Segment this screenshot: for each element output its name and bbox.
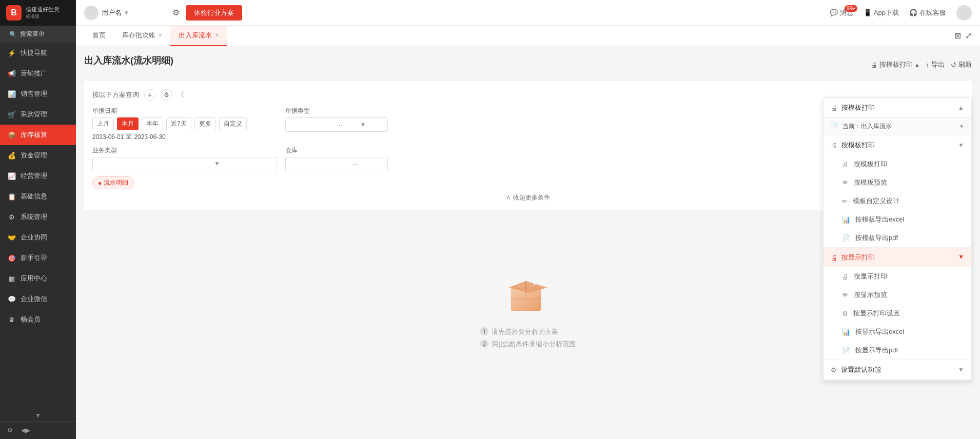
- online-service-btn[interactable]: 🎧 在线客服: [909, 8, 946, 17]
- sidebar-item-basic-info[interactable]: 📋 基础信息: [0, 186, 76, 207]
- date-from: 2023-06-01: [92, 133, 124, 141]
- finance-icon: 💰: [7, 151, 16, 160]
- sidebar-item-enterprise-wx[interactable]: 💬 企业微信: [0, 289, 76, 309]
- dropdown-item-display-print[interactable]: 🖨 按显示打印: [824, 267, 971, 286]
- tab-inout-flow[interactable]: 出入库流水 ×: [170, 26, 227, 46]
- member-icon: ♛: [7, 315, 16, 324]
- tab-label: 库存批次账: [122, 31, 155, 40]
- dropdown-item-display-preview[interactable]: 👁 按显示预览: [824, 286, 971, 304]
- template-print-label: 按模板打印: [854, 159, 887, 169]
- sidebar-item-member[interactable]: ♛ 畅会员: [0, 309, 76, 330]
- search-collapse-btn[interactable]: 《: [177, 90, 184, 99]
- message-btn[interactable]: 💬 消息 99+: [830, 8, 853, 17]
- refresh-label: 刷新: [958, 60, 972, 69]
- date-more-btn[interactable]: 更多: [194, 117, 216, 130]
- tab-batch-account[interactable]: 库存批次账 ×: [114, 26, 170, 46]
- add-condition-btn[interactable]: +: [144, 89, 155, 101]
- print-template-btn[interactable]: 🖨 按模板打印 ▲: [871, 60, 920, 69]
- search-settings-btn[interactable]: ⚙: [161, 89, 172, 101]
- filter-tag-label: 流水明细: [104, 178, 128, 187]
- topbar-gear-icon[interactable]: ⚙: [172, 8, 180, 17]
- sidebar-search-label: 搜索菜单: [20, 30, 45, 38]
- tab-close-icon[interactable]: ×: [215, 32, 219, 39]
- search-icon: 🔍: [9, 31, 17, 38]
- doc-type-select[interactable]: ··· ▼: [285, 117, 388, 132]
- dropdown-item-template-excel[interactable]: 📊 按模板导出excel: [824, 210, 971, 229]
- sidebar-collapse-btn[interactable]: ◀▶: [21, 427, 30, 434]
- dropdown-item-display-settings[interactable]: ⚙ 按显示打印设置: [824, 304, 971, 323]
- current-template-icon: 📄: [831, 123, 838, 130]
- dropdown-item-template-preview[interactable]: 👁 按模板预览: [824, 173, 971, 192]
- sidebar-item-marketing[interactable]: 📢 营销推广: [0, 63, 76, 84]
- dropdown-section-display: 🖨 按显示打印 ▲ 🖨 按显示打印 👁 按显示预览 ⚙: [824, 248, 971, 360]
- app-logo-icon: B: [6, 5, 22, 21]
- sidebar-scroll-down[interactable]: ▼: [0, 410, 76, 421]
- tab-home[interactable]: 首页: [84, 26, 114, 46]
- dropdown-section-display-header[interactable]: 🖨 按显示打印 ▲: [824, 248, 971, 267]
- dropdown-header-content: 🖨 按模板打印: [831, 103, 875, 112]
- headset-icon: 🎧: [909, 9, 917, 16]
- sidebar-item-label: 系统管理: [21, 212, 47, 222]
- sidebar-search[interactable]: 🔍 搜索菜单: [0, 26, 76, 43]
- sidebar-item-enterprise[interactable]: 🤝 企业协同: [0, 227, 76, 248]
- dropdown-section-default-header[interactable]: ⚙ 设置默认功能 ▼: [824, 360, 971, 380]
- user-dropdown-icon[interactable]: ▾: [125, 9, 128, 16]
- print-dropdown-panel: 🖨 按模板打印 ▲ 📄 当前：出入库流水 ▼ 🖨 按模板打印: [823, 97, 972, 381]
- warehouse-more-icon: ···: [352, 160, 383, 168]
- trial-btn[interactable]: 体验行业方案: [186, 5, 242, 21]
- sidebar-settings-btn[interactable]: ⚙: [7, 427, 13, 434]
- topbar: 用户名 ▾ ⚙ 体验行业方案 💬 消息 99+ 📱 App下载 🎧 在线客服: [76, 0, 980, 26]
- dropdown-item-template-print[interactable]: 🖨 按模板打印: [824, 155, 971, 173]
- refresh-btn[interactable]: ↺ 刷新: [951, 60, 972, 69]
- tabs-expand-btn[interactable]: ⤢: [965, 31, 972, 41]
- quick-nav-icon: ⚡: [7, 48, 16, 57]
- basic-info-icon: 📋: [7, 192, 16, 201]
- sidebar-item-purchase[interactable]: 🛒 采购管理: [0, 104, 76, 125]
- date-current-year-btn[interactable]: 本年: [142, 117, 163, 130]
- filter-tag-water[interactable]: ● 流水明细: [92, 176, 134, 189]
- sidebar-item-app-center[interactable]: ▦ 应用中心: [0, 268, 76, 289]
- sidebar-item-label: 经营管理: [21, 171, 47, 181]
- dropdown-section-template-header[interactable]: 🖨 按模板打印 ▼: [824, 135, 971, 155]
- sys-mgmt-icon: ⚙: [7, 212, 16, 222]
- sidebar-item-finance[interactable]: 💰 资金管理: [0, 145, 76, 166]
- sidebar-item-sales[interactable]: 📊 销售管理: [0, 84, 76, 104]
- sidebar-item-quick-nav[interactable]: ⚡ 快捷导航: [0, 43, 76, 63]
- print-template-label: 按模板打印: [879, 60, 913, 69]
- template-section-label: 按模板打印: [841, 141, 875, 150]
- sidebar-item-label: 企业微信: [21, 294, 47, 304]
- user-area[interactable]: 用户名 ▾: [84, 6, 166, 20]
- date-recent-7-btn[interactable]: 近7天: [166, 117, 191, 130]
- sidebar-item-sys-mgmt[interactable]: ⚙ 系统管理: [0, 207, 76, 227]
- date-current-month-btn[interactable]: 本月: [117, 117, 139, 130]
- biz-type-select[interactable]: ▼: [92, 157, 277, 170]
- tabs-bar: 首页 库存批次账 × 出入库流水 × ⊠ ⤢: [76, 26, 980, 46]
- date-custom-btn[interactable]: 自定义: [219, 117, 247, 130]
- top-user-avatar[interactable]: [956, 5, 972, 21]
- dropdown-item-display-pdf[interactable]: 📄 按显示导出pdf: [824, 341, 971, 360]
- dropdown-current[interactable]: 📄 当前：出入库流水 ▼: [824, 118, 971, 135]
- excel-item-icon: 📊: [842, 216, 850, 224]
- display-preview-label: 按显示预览: [854, 290, 887, 300]
- warehouse-select[interactable]: ···: [285, 157, 388, 171]
- date-prev-month-btn[interactable]: 上月: [92, 117, 114, 130]
- custom-item-icon: ✏: [842, 197, 848, 205]
- sidebar-item-new-guide[interactable]: 🎯 新手引导: [0, 248, 76, 268]
- dropdown-item-template-custom[interactable]: ✏ 模板自定义设计: [824, 192, 971, 210]
- collapse-more-label: ∧ 收起更多条件: [506, 194, 550, 201]
- dropdown-item-template-pdf[interactable]: 📄 按模板导出pdf: [824, 229, 971, 247]
- sidebar-item-inventory[interactable]: 📦 库存核算: [0, 125, 76, 145]
- page-content: 出入库流水(流水明细) 🖨 按模板打印 ▲ ↑ 导出 ↺ 刷新: [76, 46, 980, 439]
- tab-close-icon[interactable]: ×: [159, 32, 162, 39]
- default-section-label: 设置默认功能: [841, 365, 881, 374]
- sidebar-item-operations[interactable]: 📈 经营管理: [0, 166, 76, 186]
- dropdown-item-display-excel[interactable]: 📊 按显示导出excel: [824, 323, 971, 341]
- dropdown-section-template-title: 🖨 按模板打印: [831, 141, 875, 150]
- export-btn[interactable]: ↑ 导出: [926, 60, 945, 69]
- app-download-label: App下载: [874, 8, 899, 17]
- enterprise-icon: 🤝: [7, 233, 16, 242]
- app-download-btn[interactable]: 📱 App下载: [864, 8, 899, 17]
- template-section-items: 🖨 按模板打印 👁 按模板预览 ✏ 模板自定义设计 📊 按模板导出excel: [824, 155, 971, 247]
- tip-num-2: 2: [480, 340, 488, 348]
- tabs-restore-btn[interactable]: ⊠: [954, 31, 961, 41]
